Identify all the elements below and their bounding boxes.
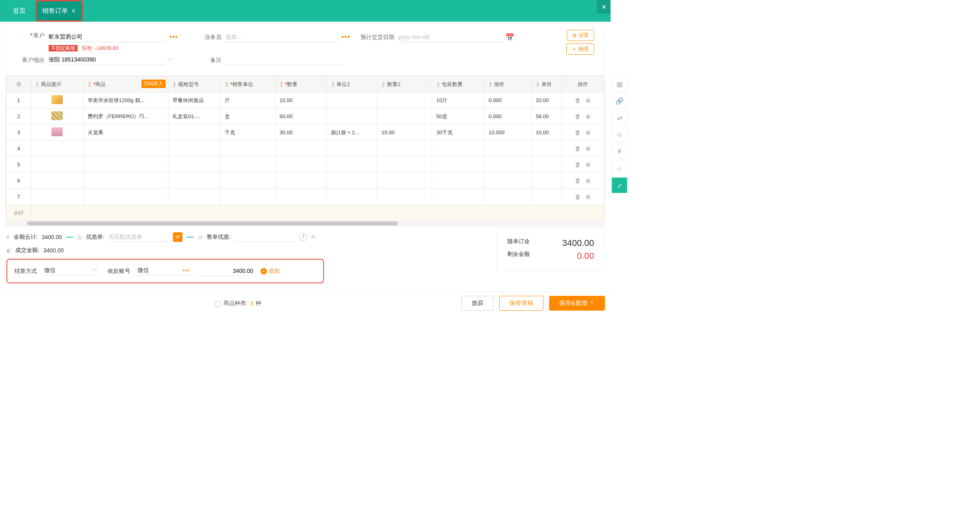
row-quote[interactable]: 10.000 <box>484 125 531 141</box>
row-unit2[interactable] <box>327 173 377 189</box>
scan-input-button[interactable]: 扫码录入 <box>141 80 166 88</box>
pay-amount-input[interactable] <box>201 266 253 276</box>
add-row-icon[interactable]: ⊕ <box>584 193 593 200</box>
more-icon[interactable]: ••• <box>165 33 182 41</box>
row-spec[interactable]: 早餐休闲食品 <box>168 92 220 109</box>
delete-icon[interactable]: 🗑 <box>573 177 582 184</box>
row-spec[interactable] <box>168 157 220 173</box>
row-unit[interactable] <box>220 157 275 173</box>
add-row-icon[interactable]: ⊕ <box>584 161 593 168</box>
row-unit[interactable] <box>220 173 275 189</box>
chevron-down-icon[interactable]: ﹀ <box>165 57 176 64</box>
row-pack[interactable]: 10斤 <box>432 92 484 109</box>
row-unit[interactable]: 千克 <box>220 125 275 141</box>
col-qty2[interactable]: 数量2 <box>377 76 432 92</box>
rail-notes-icon[interactable]: ▤ <box>612 76 627 92</box>
save-new-button[interactable]: 保存&新增 ＾ <box>549 296 605 311</box>
panel-close-icon[interactable]: ✕ <box>597 0 611 14</box>
table-row[interactable]: 4🗑 ⊕ <box>6 141 605 157</box>
rail-user-icon[interactable]: ☺ <box>612 127 627 142</box>
table-row[interactable]: 6🗑 ⊕ <box>6 173 605 189</box>
row-unit[interactable]: 斤 <box>220 92 275 109</box>
col-spec[interactable]: 规格型号 <box>168 76 220 92</box>
row-unit2[interactable] <box>327 92 377 109</box>
col-qty[interactable]: *数量 <box>275 76 327 92</box>
row-spec[interactable] <box>168 125 220 141</box>
row-pack[interactable]: 30千克 <box>432 125 484 141</box>
horizontal-scrollbar[interactable] <box>6 221 605 226</box>
row-quote[interactable] <box>484 141 531 157</box>
row-qty2[interactable] <box>377 189 432 205</box>
row-product[interactable] <box>83 157 168 173</box>
pay-method-select[interactable]: 微信﹀ <box>44 267 100 275</box>
row-unit[interactable] <box>220 141 275 157</box>
row-unit2[interactable] <box>327 141 377 157</box>
more-icon[interactable]: ••• <box>337 33 354 41</box>
col-product[interactable]: *商品扫码录入 <box>83 76 168 92</box>
col-unit[interactable]: *销售单位 <box>220 76 275 92</box>
rail-link-icon[interactable]: 🔗 <box>612 93 627 109</box>
col-pack[interactable]: 包装数量 <box>432 76 484 92</box>
table-row[interactable]: 3火龙果千克30.00袋(1袋 ≈ 2...15.0030千克10.00010.… <box>6 125 605 141</box>
calendar-icon[interactable]: 📅 <box>503 33 517 42</box>
add-payment-button[interactable]: + 添加 <box>260 268 280 275</box>
row-product[interactable]: 华美华夫软饼1200g 糕... <box>83 92 168 109</box>
settings-button[interactable]: ⚙设置 <box>567 30 594 41</box>
add-row-icon[interactable]: ⊕ <box>584 97 593 104</box>
row-price[interactable] <box>531 157 562 173</box>
row-qty[interactable] <box>275 173 327 189</box>
add-row-icon[interactable]: ⊕ <box>584 145 593 152</box>
logistics-button[interactable]: ＋物流 <box>566 43 594 55</box>
delete-icon[interactable]: 🗑 <box>573 113 582 120</box>
row-qty2[interactable] <box>377 92 432 109</box>
delete-icon[interactable]: 🗑 <box>573 193 582 200</box>
row-unit2[interactable]: 袋(1袋 ≈ 2... <box>327 125 377 141</box>
row-price[interactable] <box>531 173 562 189</box>
order-discount-input[interactable] <box>235 232 295 242</box>
delivery-date-input[interactable] <box>398 32 503 42</box>
row-product[interactable] <box>83 141 168 157</box>
tab-home[interactable]: 首页 <box>3 0 35 22</box>
row-qty[interactable]: 10.00 <box>275 92 327 109</box>
row-qty2[interactable] <box>377 157 432 173</box>
row-unit[interactable] <box>220 189 275 205</box>
col-quote[interactable]: 报价 <box>484 76 531 92</box>
memo-input[interactable] <box>226 55 342 65</box>
row-quote[interactable]: 0.000 <box>484 92 531 109</box>
delete-icon[interactable]: 🗑 <box>573 97 582 104</box>
add-row-icon[interactable]: ⊕ <box>584 177 593 184</box>
pay-account-select[interactable]: 微信••• <box>137 267 194 275</box>
row-unit[interactable]: 盒 <box>220 109 275 125</box>
row-qty2[interactable] <box>377 141 432 157</box>
row-quote[interactable] <box>484 157 531 173</box>
row-price[interactable]: 58.00 <box>531 109 562 125</box>
customer-input[interactable] <box>49 32 165 42</box>
row-unit2[interactable] <box>327 157 377 173</box>
row-price[interactable]: 10.00 <box>531 125 562 141</box>
row-unit2[interactable] <box>327 189 377 205</box>
add-row-icon[interactable]: ⊕ <box>584 129 593 136</box>
tab-sales-order[interactable]: 销售订单 ✕ <box>35 0 83 22</box>
row-price[interactable] <box>531 189 562 205</box>
table-row[interactable]: 7🗑 ⊕ <box>6 189 605 205</box>
address-input[interactable] <box>49 55 165 65</box>
settings-column-icon[interactable]: ⚙ <box>6 76 31 92</box>
row-quote[interactable] <box>484 189 531 205</box>
row-pack[interactable] <box>432 157 484 173</box>
row-qty2[interactable]: 15.00 <box>377 125 432 141</box>
cancel-button[interactable]: 放弃 <box>461 296 494 311</box>
salesperson-input[interactable] <box>226 32 337 42</box>
row-spec[interactable] <box>168 173 220 189</box>
row-price[interactable]: 20.00 <box>531 92 562 109</box>
row-quote[interactable] <box>484 173 531 189</box>
row-pack[interactable]: 50盒 <box>432 109 484 125</box>
row-product[interactable] <box>83 173 168 189</box>
table-row[interactable]: 1华美华夫软饼1200g 糕...早餐休闲食品斤10.0010斤0.00020.… <box>6 92 605 109</box>
row-product[interactable]: 火龙果 <box>83 125 168 141</box>
row-product[interactable]: 费列罗（FERRERO）巧... <box>83 109 168 125</box>
row-qty[interactable] <box>275 141 327 157</box>
row-qty[interactable]: 50.00 <box>275 109 327 125</box>
row-spec[interactable] <box>168 141 220 157</box>
col-product-image[interactable]: 商品图片 <box>31 76 83 92</box>
rail-money-icon[interactable]: ¥ <box>612 144 627 159</box>
